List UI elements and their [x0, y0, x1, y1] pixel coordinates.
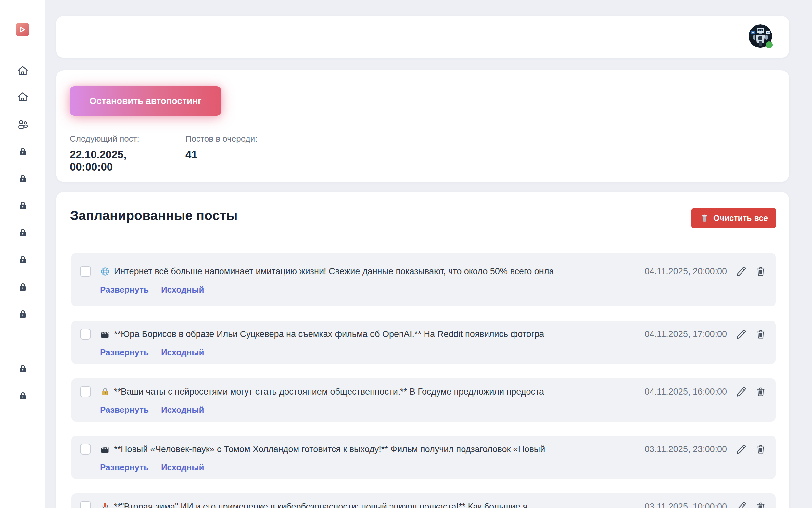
- play-logo-icon: [17, 25, 27, 35]
- app-root: Остановить автопостинг Следующий пост: 2…: [0, 0, 812, 508]
- post-row: **Юра Борисов в образе Ильи Суцкевера на…: [71, 321, 776, 364]
- topbar: [56, 15, 789, 58]
- sidebar-item-lock-1[interactable]: [16, 145, 29, 158]
- delete-post-icon[interactable]: [756, 444, 766, 454]
- autoposting-stats: Следующий пост: 22.10.2025, 00:00:00 Пос…: [70, 134, 301, 173]
- divider: [70, 131, 776, 131]
- post-datetime: 04.11.2025, 16:00:00: [645, 387, 727, 397]
- user-avatar[interactable]: [749, 25, 772, 48]
- home-icon: [17, 91, 29, 103]
- post-select-checkbox[interactable]: [80, 386, 91, 397]
- home-icon: [17, 65, 29, 76]
- post-list: Интернет всё больше напоминает имитацию …: [71, 253, 776, 508]
- sidebar-item-users[interactable]: [16, 118, 29, 131]
- edit-post-icon[interactable]: [736, 502, 747, 508]
- clapperboard-icon: [100, 444, 110, 454]
- lock-emoji-icon: [100, 387, 110, 397]
- clear-all-label: Очистить все: [713, 214, 768, 223]
- queue-stat: Постов в очереди: 41: [185, 134, 283, 173]
- sidebar-item-home-2[interactable]: [16, 90, 29, 103]
- next-post-value: 22.10.2025, 00:00:00: [70, 149, 167, 173]
- post-text: **Ваши чаты с нейросетями могут стать до…: [114, 387, 544, 396]
- post-content: **Новый «Человек-паук» с Томом Холландом…: [100, 443, 634, 473]
- post-datetime: 03.11.2025, 23:00:00: [645, 444, 727, 454]
- source-link[interactable]: Исходный: [161, 405, 204, 415]
- sidebar: [0, 0, 45, 508]
- post-row: **Ваши чаты с нейросетями могут стать до…: [71, 378, 776, 422]
- expand-link[interactable]: Развернуть: [100, 463, 149, 473]
- delete-post-icon[interactable]: [756, 329, 766, 339]
- source-link[interactable]: Исходный: [161, 463, 204, 473]
- users-icon: [17, 119, 29, 130]
- page-title: Запланированные посты: [70, 208, 238, 223]
- lock-icon: [18, 255, 28, 265]
- post-text: **Юра Борисов в образе Ильи Суцкевера на…: [114, 329, 544, 339]
- lock-icon: [18, 391, 28, 401]
- lock-icon: [18, 228, 28, 238]
- edit-post-icon[interactable]: [736, 329, 747, 339]
- scheduled-posts-panel: Запланированные посты Очистить все Интер…: [56, 192, 789, 508]
- post-content: **"Вторая зима" ИИ и его применение в ки…: [100, 501, 634, 508]
- sidebar-item-lock-3[interactable]: [16, 199, 29, 212]
- expand-link[interactable]: Развернуть: [100, 285, 149, 295]
- sidebar-item-lock-5[interactable]: [16, 253, 29, 266]
- source-link[interactable]: Исходный: [161, 285, 204, 295]
- sidebar-item-home-1[interactable]: [16, 64, 29, 77]
- lock-icon: [18, 309, 28, 319]
- post-text: Интернет всё больше напоминает имитацию …: [114, 266, 554, 276]
- stop-autoposting-button[interactable]: Остановить автопостинг: [70, 86, 221, 116]
- lock-icon: [18, 282, 28, 292]
- clear-all-button[interactable]: Очистить все: [691, 208, 776, 228]
- post-select-checkbox[interactable]: [80, 443, 91, 455]
- post-content: **Юра Борисов в образе Ильи Суцкевера на…: [100, 329, 634, 357]
- post-select-checkbox[interactable]: [80, 266, 91, 277]
- sidebar-item-lock-6[interactable]: [16, 281, 29, 294]
- post-content: **Ваши чаты с нейросетями могут стать до…: [100, 386, 634, 415]
- post-text: **Новый «Человек-паук» с Томом Холландом…: [114, 444, 545, 454]
- post-select-checkbox[interactable]: [80, 329, 91, 340]
- autoposting-panel: Остановить автопостинг Следующий пост: 2…: [56, 70, 789, 182]
- delete-post-icon[interactable]: [756, 502, 766, 508]
- sidebar-item-lock-8[interactable]: [16, 362, 29, 375]
- queue-label: Постов в очереди:: [185, 134, 283, 144]
- post-datetime: 04.11.2025, 20:00:00: [645, 266, 727, 277]
- post-text: **"Вторая зима" ИИ и его применение в ки…: [114, 502, 527, 508]
- delete-post-icon[interactable]: [756, 386, 766, 397]
- expand-link[interactable]: Развернуть: [100, 405, 149, 415]
- next-post-stat: Следующий пост: 22.10.2025, 00:00:00: [70, 134, 167, 173]
- microphone-icon: [100, 502, 110, 508]
- sidebar-item-lock-4[interactable]: [16, 226, 29, 239]
- post-datetime: 03.11.2025, 10:00:00: [645, 502, 727, 508]
- lock-icon: [18, 201, 28, 211]
- post-row: **Новый «Человек-паук» с Томом Холландом…: [71, 436, 776, 479]
- lock-icon: [18, 146, 28, 157]
- sidebar-item-lock-2[interactable]: [16, 172, 29, 185]
- sidebar-item-lock-7[interactable]: [16, 307, 29, 321]
- edit-post-icon[interactable]: [736, 266, 747, 277]
- globe-icon: [100, 266, 110, 277]
- post-row: **"Вторая зима" ИИ и его применение в ки…: [71, 493, 776, 508]
- lock-icon: [18, 174, 28, 184]
- delete-post-icon[interactable]: [756, 266, 766, 277]
- next-post-label: Следующий пост:: [70, 134, 167, 144]
- online-status-dot: [766, 41, 773, 48]
- lock-icon: [18, 364, 28, 374]
- queue-value: 41: [185, 149, 283, 161]
- post-content: Интернет всё больше напоминает имитацию …: [100, 266, 634, 295]
- source-link[interactable]: Исходный: [161, 347, 204, 357]
- post-select-checkbox[interactable]: [80, 501, 91, 508]
- edit-post-icon[interactable]: [736, 386, 747, 397]
- sidebar-item-lock-9[interactable]: [16, 389, 29, 403]
- divider: [70, 241, 776, 241]
- app-logo[interactable]: [15, 23, 29, 36]
- post-datetime: 04.11.2025, 17:00:00: [645, 329, 727, 339]
- trash-basket-icon: [700, 213, 709, 223]
- edit-post-icon[interactable]: [736, 444, 747, 454]
- post-row: Интернет всё больше напоминает имитацию …: [71, 253, 776, 306]
- expand-link[interactable]: Развернуть: [100, 347, 149, 357]
- clapperboard-icon: [100, 329, 110, 339]
